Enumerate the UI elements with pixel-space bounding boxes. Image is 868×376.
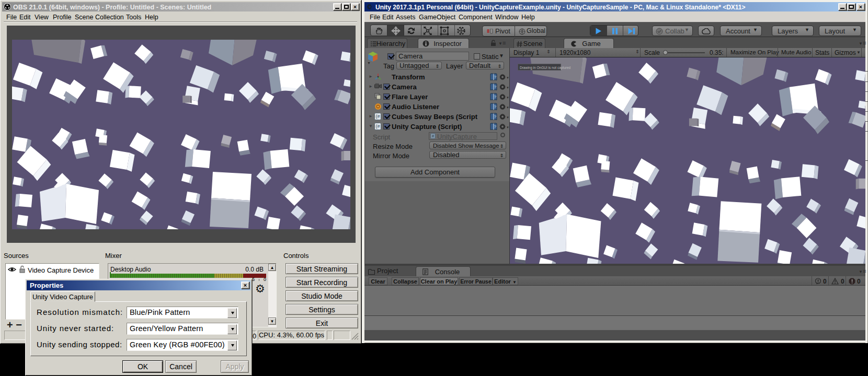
svg-text:?: ? [494,124,497,129]
svg-text:(#: (# [375,114,380,119]
svg-text:?: ? [494,75,497,79]
svg-text:?: ? [494,114,497,119]
svg-text:?: ? [494,85,497,89]
svg-text:?: ? [494,104,497,109]
svg-text:(#: (# [375,124,380,129]
svg-text:?: ? [494,95,497,99]
svg-text:#: # [432,134,434,138]
